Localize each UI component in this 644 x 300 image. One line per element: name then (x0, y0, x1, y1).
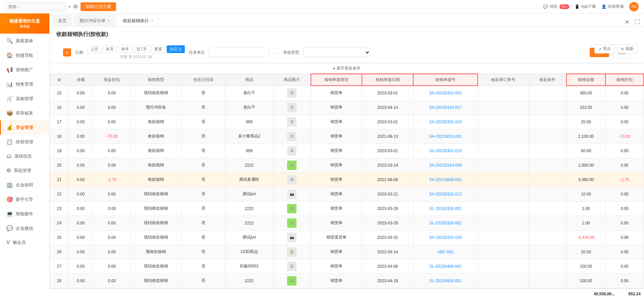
verify-bill-no-cell: SL-20230328-002 (413, 216, 478, 230)
sidebar-item-corp[interactable]: 🏢 企业协同 (0, 178, 49, 192)
sidebar-item-hardware[interactable]: 💻 智能硬件 (0, 207, 49, 221)
verify-discount-cell: 0.00 (605, 230, 644, 245)
table-row: 170.000.00收款核销否999🖼销货单2023-03-01SA-20230… (50, 115, 644, 129)
bill-no-link[interactable]: SL-20230328-001 (429, 206, 462, 211)
table-row: 150.000.00现结收款核销否老白干🖼销货单2023-03-01SA-202… (50, 86, 644, 100)
verify-amount-cell: 1.00 (567, 216, 605, 230)
tab-home[interactable]: 首页 (52, 14, 72, 27)
product-cell: 999 (225, 143, 273, 158)
inventory-icon: 📦 (6, 110, 13, 116)
table-footer: 40,556,66... 952.24 (50, 288, 644, 299)
tab-close-all-icon[interactable]: ✕ (624, 17, 631, 27)
finance-icon: 💰 (6, 124, 13, 131)
tab-prepay-close[interactable]: × (108, 18, 110, 23)
verify-type-cell: 收款核销 (130, 115, 181, 129)
bill-no-link[interactable]: SA-20230331-026 (429, 235, 462, 240)
table-row: 180.00-70.00收款核销否多计量商品2🖼销货单2021-08-13SA-… (50, 129, 644, 143)
sidebar-item-label: 基础信息 (14, 153, 32, 159)
sidebar-item-finance[interactable]: 💰 资金管理 (0, 120, 49, 135)
industry-button[interactable]: 体验行业方案 (80, 2, 116, 11)
balance-cell: 0.00 (68, 201, 93, 216)
col-settings[interactable]: ⚙ (50, 74, 69, 86)
bill-type-select[interactable] (303, 48, 370, 57)
sidebar: 畅捷通谱好生意 标准版 🔍 搜索菜单 🏠 快捷导航 📢 营销推广 📊 销售管理 … (0, 13, 50, 300)
bill-no-link[interactable]: SL-20230418-001 (429, 278, 462, 283)
dropdown-arrow-icon[interactable]: ▾ (68, 4, 70, 9)
tab-maximize-icon[interactable]: ⛶ (633, 18, 641, 27)
cash-discount-cell: 0.00 (93, 259, 130, 273)
sidebar-item-system[interactable]: ⚙ 系统管理 (0, 163, 49, 178)
verify-bill-no-cell: SL-20230418-001 (413, 273, 478, 288)
bill-no-link[interactable]: SA-20230321-012 (429, 192, 462, 197)
verify-amount-cell: 100.00 (567, 273, 605, 288)
app-download[interactable]: 📱 App下载 (575, 4, 596, 9)
sidebar-item-member[interactable]: V 畅会员 (0, 235, 49, 250)
verify-discount-cell: -2.76 (605, 172, 644, 187)
product-img-cell: 🖼 (273, 216, 311, 230)
bill-no-link[interactable]: SL-20230328-002 (429, 221, 462, 225)
tab-receipt[interactable]: 收款核销执行 × (117, 14, 159, 27)
date-btn-more[interactable]: 更多 (151, 45, 165, 53)
sidebar-item-label: 新手引导 (16, 197, 33, 203)
sidebar-item-label: 企业微信 (16, 225, 33, 231)
message-badge[interactable]: 💬 消息 99+ (543, 4, 569, 9)
bill-no-link[interactable]: SA-20210813-001 (429, 134, 462, 139)
bill-no-link[interactable]: SA-20230301-010 (429, 120, 462, 124)
export-button[interactable]: ↗ 导出 (594, 44, 614, 53)
partner-input[interactable] (209, 48, 269, 57)
sidebar-item-label: 库存核算 (16, 110, 33, 116)
sidebar-item-sales[interactable]: 📊 销售管理 (0, 77, 49, 91)
tab-home-label: 首页 (58, 18, 67, 24)
cash-discount-cell: 0.00 (93, 86, 130, 100)
include-settled-cell: 否 (181, 158, 225, 172)
receipt-condition-cell (529, 86, 567, 100)
sidebar-item-shortcut[interactable]: 🏠 快捷导航 (0, 48, 49, 62)
verify-discount-cell: 0.00 (605, 273, 644, 288)
sidebar-item-search[interactable]: 🔍 搜索菜单 (0, 34, 49, 48)
bill-no-link[interactable]: ABC-001 (437, 250, 454, 254)
table-body: 150.000.00现结收款核销否老白干🖼销货单2023-03-01SA-202… (50, 86, 644, 288)
search-input[interactable] (5, 2, 66, 11)
purchase-icon: 🛒 (6, 95, 13, 102)
include-settled-cell: 否 (181, 273, 225, 288)
date-btn-last-month[interactable]: 上月 (87, 45, 101, 53)
bill-no-link[interactable]: SA-20230301-001 (429, 91, 462, 95)
table-row: 190.000.00收款核销否999🖼销货单2023-03-01SA-20230… (50, 143, 644, 158)
verify-amount-cell: 20.00 (567, 245, 605, 259)
settings-icon[interactable]: ⚙ (73, 3, 78, 10)
date-btn-custom[interactable]: 自定义 (167, 45, 185, 53)
bill-no-link[interactable]: SA-20230314-008 (429, 163, 462, 168)
bill-no-link[interactable]: SL-20230408-001 (429, 264, 462, 269)
sidebar-item-inventory[interactable]: 📦 库存核算 (0, 106, 49, 120)
include-settled-cell: 否 (181, 216, 225, 230)
include-settled-cell: 否 (181, 245, 225, 259)
date-btn-7days[interactable]: 近7天 (133, 45, 150, 53)
expand-button[interactable]: » (63, 48, 71, 56)
bill-no-link[interactable]: SA-20230414-017 (429, 105, 462, 110)
online-service[interactable]: 👤 在线客服 (601, 4, 624, 9)
avatar[interactable]: Rit (629, 2, 639, 11)
sidebar-item-label: 资金管理 (16, 125, 33, 131)
date-btn-this-year[interactable]: 本年 (118, 45, 132, 53)
sidebar-item-guide[interactable]: 🎯 新手引导 (0, 192, 49, 207)
sidebar-item-operation[interactable]: 📋 经营管理 (0, 135, 49, 149)
sidebar-item-wechat[interactable]: 💬 企业微信 (0, 221, 49, 235)
cash-discount-cell: 0.00 (93, 230, 130, 245)
refresh-icon: ↻ (621, 47, 624, 51)
tab-prepay[interactable]: 预付冲应付单 × (74, 14, 116, 27)
verify-bill-type-cell: 销货单 (311, 259, 362, 273)
refresh-button[interactable]: ↻ 刷新 (617, 44, 637, 53)
sidebar-item-marketing[interactable]: 📢 营销推广 (0, 62, 49, 77)
verify-amount-cell: 3,390.00 (567, 172, 605, 187)
bill-no-link[interactable]: SA-20210808-001 (429, 177, 462, 182)
sidebar-item-basic[interactable]: 🗂 基础信息 (0, 149, 49, 163)
sidebar-item-label: 搜索菜单 (16, 38, 33, 44)
date-btn-this-month[interactable]: 本月 (103, 45, 117, 53)
tab-receipt-close[interactable]: × (151, 18, 153, 23)
verify-bill-date-cell: 2023-03-01 (362, 115, 413, 129)
product-img-cell: 🖼 (273, 115, 311, 129)
table-row: 210.00-2.76收款核销否测试多属性🖼销货单2021-08-08SA-20… (50, 172, 644, 187)
sidebar-item-purchase[interactable]: 🛒 采购管理 (0, 91, 49, 106)
expand-more-button[interactable]: ▾ 展开更多条件 (333, 66, 361, 71)
bill-no-link[interactable]: SA-20230301-010 (429, 148, 462, 153)
